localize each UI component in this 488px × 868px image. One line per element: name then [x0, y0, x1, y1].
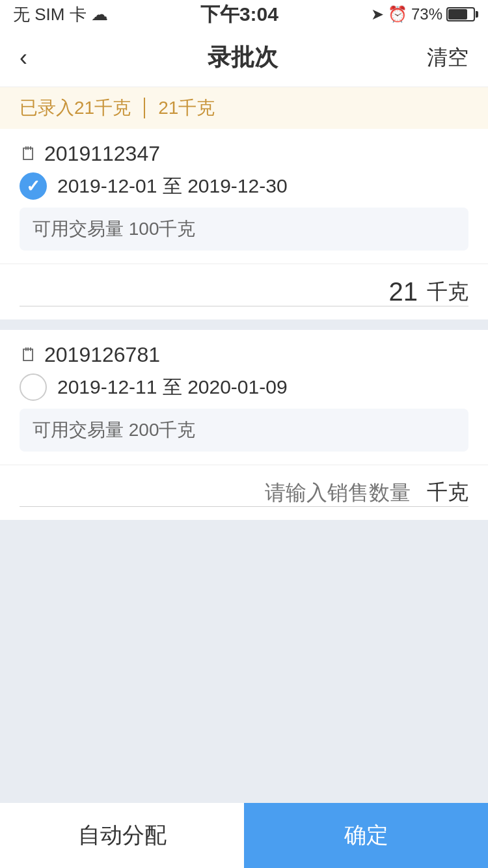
batch-date-row-2[interactable]: 2019-12-11 至 2020-01-09 — [20, 373, 468, 401]
status-left: 无 SIM 卡 ☁ — [13, 3, 108, 26]
qty-unit-1: 千克 — [427, 278, 468, 306]
empty-area — [0, 520, 488, 806]
recorded-label: 已录入21千克 — [20, 96, 131, 120]
battery-percent: 73% — [411, 5, 442, 23]
info-banner: 已录入21千克 21千克 — [0, 87, 488, 129]
batch-id-2: 2019126781 — [44, 343, 160, 367]
batch-id-icon-2: 🗒 — [20, 344, 38, 366]
battery-icon — [446, 7, 475, 21]
section-divider-1 — [0, 319, 488, 330]
batch-id-1: 2019112347 — [44, 142, 160, 166]
qty-row-1: 21 千克 — [0, 264, 488, 319]
bottom-bar: 自动分配 确定 — [0, 803, 488, 868]
radio-2[interactable] — [20, 373, 47, 401]
info-divider — [144, 98, 145, 118]
batch-id-icon-1: 🗒 — [20, 143, 38, 165]
batch-header-1: 🗒 2019112347 — [20, 129, 468, 172]
status-right: ➤ ⏰ 73% — [371, 5, 475, 23]
available-qty-2: 可用交易量 200千克 — [20, 409, 468, 452]
confirm-button[interactable]: 确定 — [244, 803, 488, 868]
radio-1[interactable] — [20, 172, 47, 200]
batch-header-2: 🗒 2019126781 — [20, 330, 468, 373]
batch-date-1: 2019-12-01 至 2019-12-30 — [57, 173, 288, 200]
nav-bar: ‹ 录批次 清空 — [0, 29, 488, 87]
clear-button[interactable]: 清空 — [427, 44, 468, 72]
qty-input-2[interactable] — [225, 481, 420, 505]
batch-item-2: 🗒 2019126781 2019-12-11 至 2020-01-09 可用交… — [0, 330, 488, 465]
batch-item-1: 🗒 2019112347 2019-12-01 至 2019-12-30 可用交… — [0, 129, 488, 264]
qty-row-2: 千克 — [0, 465, 488, 520]
batch-date-row-1[interactable]: 2019-12-01 至 2019-12-30 — [20, 172, 468, 200]
status-bar: 无 SIM 卡 ☁ 下午3:04 ➤ ⏰ 73% — [0, 0, 488, 29]
qty-unit-2: 千克 — [427, 478, 468, 507]
sim-label: 无 SIM 卡 ☁ — [13, 3, 108, 26]
location-icon: ➤ — [371, 5, 384, 23]
auto-distribute-button[interactable]: 自动分配 — [0, 803, 244, 868]
back-button[interactable]: ‹ — [20, 44, 59, 72]
qty-value-1: 21 — [389, 277, 418, 306]
amount-label: 21千克 — [158, 96, 215, 120]
status-time: 下午3:04 — [200, 1, 278, 28]
available-qty-1: 可用交易量 100千克 — [20, 208, 468, 251]
page-title: 录批次 — [208, 42, 278, 74]
batch-date-2: 2019-12-11 至 2020-01-09 — [57, 374, 288, 401]
alarm-icon: ⏰ — [388, 5, 407, 23]
